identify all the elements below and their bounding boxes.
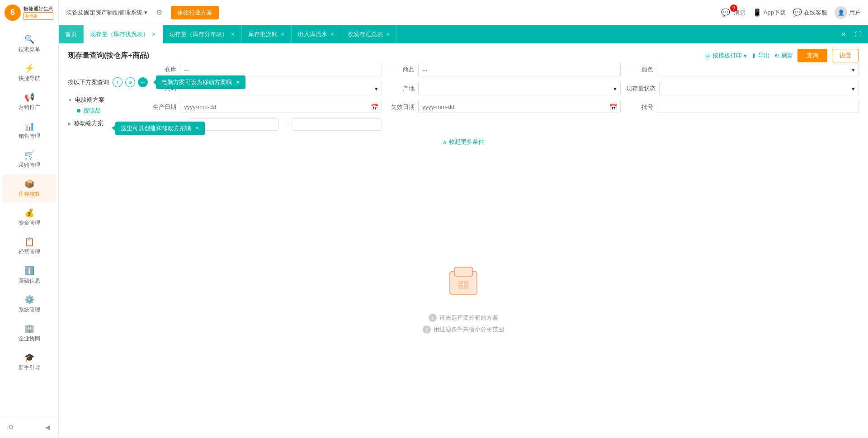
support-icon: 💬 [793,8,802,17]
filter-row-color: 颜色 ▾ [626,63,859,76]
exp-date-input[interactable] [418,101,620,113]
color-select[interactable]: ▾ [657,63,859,76]
add-filter-btn[interactable]: + [113,77,123,87]
sidebar-item-quick-nav[interactable]: ⚡ 快捷导航 [3,59,56,87]
filter-header: 按以下方案查询 + ⊕ ← 电脑方案可设为移动方案哦 ✕ [68,75,859,89]
tooltip-close-scheme[interactable]: ✕ [195,125,199,132]
tab-close-in-out-flow[interactable]: ✕ [330,31,335,38]
tab-bar-actions: ✕ ⛶ [834,25,868,43]
user-avatar: 👤 [835,6,847,19]
empty-text-1: 1 请先选择要分析的方案 [429,314,498,322]
sales-icon: 📊 [24,121,34,131]
exp-date-wrap: 📅 [418,101,620,113]
filter-row-warehouse: 仓库 ··· [149,63,382,76]
tab-maximize-btn[interactable]: ⛶ [853,29,863,40]
tab-inventory-status[interactable]: 现存量（库存状况表） ✕ [84,25,163,43]
sidebar-item-inventory[interactable]: 📦 库存核算 [3,174,56,203]
dropdown-chevron: ▾ [144,9,147,16]
scheme-dot [77,109,80,113]
tab-collect-summary[interactable]: 收发存汇总表 ✕ [341,25,397,43]
print-icon: 🖨 [705,52,711,59]
sidebar-item-operation[interactable]: 📋 经营管理 [3,232,56,260]
user-item[interactable]: 👤 用户 [835,6,861,19]
collapse-btn[interactable]: ∧ 收起更多条件 [68,138,859,146]
settings-footer-btn[interactable]: ⚙ [5,421,17,433]
setup-btn[interactable]: 设置 [832,49,859,62]
sidebar-item-purchase[interactable]: 🛒 采购管理 [3,146,56,174]
tab-close-inventory-dist[interactable]: ✕ [231,31,235,38]
tab-in-out-flow[interactable]: 出入库流水 ✕ [292,25,341,43]
sidebar-item-sales[interactable]: 📊 销售管理 [3,117,56,145]
tab-home[interactable]: 首页 [59,25,84,43]
tab-close-batch-account[interactable]: ✕ [280,31,285,38]
page-actions: 🖨 按模板打印 ▾ ⬆ 导出 ↻ 刷新 查询 设置 [705,49,859,62]
filter-area: 按以下方案查询 + ⊕ ← 电脑方案可设为移动方案哦 ✕ [59,68,868,153]
app-download-item[interactable]: 📱 App下载 [753,8,786,17]
app-label: App下载 [764,9,786,17]
print-btn[interactable]: 🖨 按模板打印 ▾ [705,52,747,60]
desktop-scheme-arrow: ▼ [68,98,72,103]
inventory-icon: 📦 [24,179,34,189]
notifications-item[interactable]: 💬 9 消息 [721,8,745,17]
sidebar-item-enterprise[interactable]: 🏢 企业协同 [3,319,56,347]
warehouse-dots: ··· [184,66,189,73]
industry-btn[interactable]: 体验行业方案 [171,6,219,19]
warehouse-select[interactable]: ··· [180,63,382,76]
sidebar-item-search[interactable]: 🔍 搜索菜单 [3,30,56,58]
sidebar-menu: 🔍 搜索菜单 ⚡ 快捷导航 📢 营销推广 📊 销售管理 🛒 采购管理 📦 库存核… [0,25,58,416]
query-btn[interactable]: 查询 [797,49,827,62]
tab-close-collect-summary[interactable]: ✕ [386,31,390,38]
tab-inventory-status-label: 现存量（库存状况表） [90,30,149,38]
logo-icon: 6 [5,5,21,21]
sidebar-item-basic[interactable]: ℹ️ 基础信息 [3,261,56,289]
prod-date-input[interactable] [180,101,382,113]
logo-text: 畅捷通好生意 标准版 [24,5,53,20]
basic-icon: ℹ️ [24,266,34,276]
export-btn[interactable]: ⬆ 导出 [751,52,770,60]
svg-rect-1 [454,267,472,276]
tab-in-out-flow-label: 出入库流水 [298,30,327,38]
back-filter-btn[interactable]: ← [138,77,148,87]
sidebar-item-finance[interactable]: 💰 资金管理 [3,203,56,231]
tab-close-all-btn[interactable]: ✕ [838,29,849,40]
sidebar-item-system[interactable]: ⚙️ 系统管理 [3,290,56,318]
tab-inventory-dist[interactable]: 现存量（库存分布表） ✕ [163,25,242,43]
collapse-sidebar-btn[interactable]: ◀ [41,421,54,433]
mobile-scheme-arrow: ▶ [68,121,71,126]
refresh-btn[interactable]: ↻ 刷新 [774,52,793,60]
page-title: 现存量查询(按仓库+商品) [68,51,149,61]
sidebar-item-guide[interactable]: 🎓 新手引导 [3,348,56,376]
logo-badge: 标准版 [24,12,53,20]
prod-date-cal-icon: 📅 [371,104,378,111]
tab-batch-account[interactable]: 库存批次账 ✕ [242,25,292,43]
goods-select[interactable]: ··· [418,63,620,76]
sub-scheme-label: 按照品 [83,107,101,115]
mobile-scheme-item[interactable]: ▶ 移动端方案 [68,118,104,129]
guide-icon: 🎓 [24,353,34,363]
system-icon: ⚙️ [24,295,34,305]
tab-close-inventory-status[interactable]: ✕ [151,31,156,38]
color-chevron: ▾ [852,66,855,73]
support-item[interactable]: 💬 在线客服 [793,8,827,17]
filter-controls: + ⊕ ← [113,77,148,87]
sidebar-item-marketing[interactable]: 📢 营销推广 [3,88,56,116]
sidebar: 6 畅捷通好生意 标准版 🔍 搜索菜单 ⚡ 快捷导航 📢 营销推广 📊 销售管理… [0,0,59,438]
mobile-scheme-label: 移动端方案 [74,119,104,127]
copy-filter-btn[interactable]: ⊕ [125,77,135,87]
header-settings-icon[interactable]: ⚙ [153,6,165,19]
scheme-tooltip-container: 这里可以创建和修改方案哦 ✕ [112,122,205,135]
system-name: 装备及固定资产辅助管理系统 [66,9,142,17]
filter-row-prod-date: 生产日期 📅 [149,101,382,113]
tooltip-close-add[interactable]: ✕ [236,79,240,85]
system-name-dropdown[interactable]: 装备及固定资产辅助管理系统 ▾ [66,9,147,17]
scheme-tree: ▼ 电脑端方案 按照品 ▶ 移动端方案 [68,94,104,129]
scheme-tooltip: 这里可以创建和修改方案哦 ✕ [115,122,205,135]
operation-icon: 📋 [24,237,34,247]
sub-scheme-item[interactable]: 按照品 [77,105,104,116]
empty-step-1: 1 [429,314,437,322]
desktop-scheme-item[interactable]: ▼ 电脑端方案 [68,94,104,105]
user-label: 用户 [849,9,861,17]
collapse-label: 收起更多条件 [449,138,484,146]
scheme-tooltip-text: 这里可以创建和修改方案哦 [121,124,191,132]
color-label: 颜色 [626,66,653,74]
